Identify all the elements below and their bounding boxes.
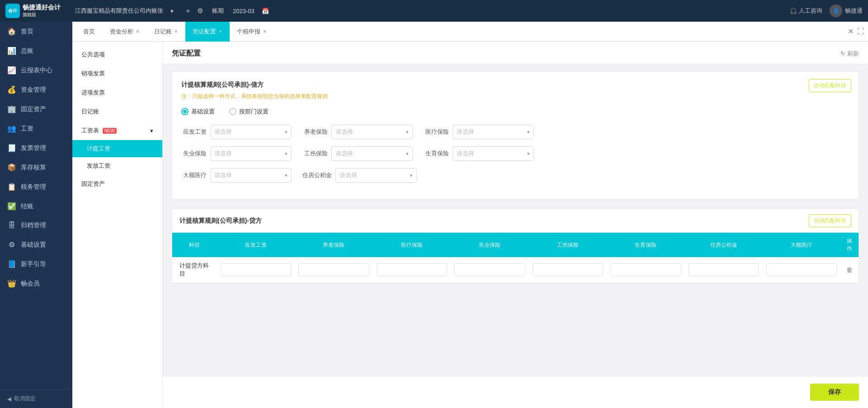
service-btn[interactable]: 🎧 人工咨询: [790, 7, 822, 15]
sidebar-item-guide[interactable]: 📘 新手引导: [0, 254, 72, 274]
settings-icon: ⚙: [7, 240, 16, 249]
select-major-medical[interactable]: 请选择 ▾: [210, 168, 292, 183]
logo-subtitle: 旗舰版: [23, 12, 61, 18]
select-housing-fund-placeholder: 请选择: [340, 171, 357, 179]
tab-tax-close[interactable]: ×: [263, 28, 266, 35]
tab-funds-close[interactable]: ×: [136, 28, 139, 35]
input-pension[interactable]: [298, 263, 369, 276]
th-maternity: 生育保险: [607, 233, 684, 257]
radio-basic[interactable]: 基础设置: [181, 108, 215, 116]
left-nav-diary[interactable]: 日记账: [72, 102, 162, 121]
select-gross-pay[interactable]: 请选择 ▾: [210, 125, 292, 139]
td-pension-input: [295, 257, 373, 283]
input-maternity[interactable]: [610, 263, 681, 276]
select-medical[interactable]: 请选择 ▾: [453, 125, 534, 139]
left-nav-accrual[interactable]: 计提工资: [72, 140, 162, 157]
credit-auto-match-btn[interactable]: 自动匹配科目: [809, 214, 851, 227]
label-pension: 养老保险: [302, 128, 328, 136]
sidebar-item-funds[interactable]: 💰 资金管理: [0, 80, 72, 99]
td-unemployment-input: [451, 257, 528, 283]
left-nav-salary-header[interactable]: 工资表 NEW ▾: [72, 121, 162, 140]
sidebar-item-close[interactable]: ✅ 结账: [0, 197, 72, 216]
input-gross-pay[interactable]: [221, 263, 291, 276]
payroll-icon: 👥: [7, 124, 16, 133]
input-injury[interactable]: [533, 263, 603, 276]
sidebar-item-vip[interactable]: 👑 畅会员: [0, 274, 72, 293]
sidebar-item-home[interactable]: 🏠 首页: [0, 22, 72, 41]
select-maternity-placeholder: 请选择: [457, 150, 474, 158]
input-medical[interactable]: [377, 263, 447, 276]
th-housing: 住房公积金: [685, 233, 763, 257]
field-gross-pay: 应发工资 请选择 ▾: [181, 125, 292, 139]
th-unemployment: 失业保险: [451, 233, 528, 257]
left-nav-public[interactable]: 公共选项: [72, 45, 162, 64]
cancel-fixed-btn[interactable]: ◀ 取消固定: [0, 389, 72, 408]
sidebar-item-payroll[interactable]: 👥 工资: [0, 119, 72, 138]
left-nav-distribute[interactable]: 发放工资: [72, 157, 162, 174]
input-major-medical[interactable]: [766, 263, 837, 276]
expand-icon[interactable]: ⛶: [857, 28, 864, 36]
debit-auto-match-btn[interactable]: 自动匹配科目: [809, 79, 851, 92]
td-subject-label: 计提贷方科目: [172, 257, 217, 283]
sidebar-item-inventory[interactable]: 📦 库存核算: [0, 158, 72, 177]
select-injury[interactable]: 请选择 ▾: [331, 146, 413, 161]
tab-diary[interactable]: 日记账 ×: [147, 22, 185, 42]
user-menu[interactable]: 👤 畅捷通: [830, 5, 863, 17]
page-header: 凭证配置 ↻ 刷新: [163, 42, 868, 64]
left-nav-purchase-invoice[interactable]: 进项发票: [72, 83, 162, 102]
select-housing-fund[interactable]: 请选择 ▾: [335, 168, 417, 183]
th-major-medical: 大额医疗: [763, 233, 840, 257]
tab-voucher-close[interactable]: ×: [219, 28, 222, 35]
guide-icon: 📘: [7, 260, 16, 268]
radio-dept[interactable]: 按部门设置: [229, 108, 269, 116]
tab-home[interactable]: 首页: [76, 22, 103, 42]
tab-home-label: 首页: [83, 28, 95, 36]
delete-row-icon[interactable]: 🗑: [846, 266, 853, 273]
close-all-icon[interactable]: ✕: [848, 27, 854, 36]
close-period-icon: ✅: [7, 202, 16, 211]
refresh-label: 刷新: [847, 50, 859, 58]
tab-funds[interactable]: 资金分析 ×: [103, 22, 147, 42]
sidebar-label-guide: 新手引导: [21, 260, 46, 268]
sidebar-item-reports[interactable]: 📈 云报表中心: [0, 61, 72, 80]
logo-icon: 会计: [5, 4, 20, 18]
save-button[interactable]: 保存: [810, 384, 859, 401]
left-nav-sales-invoice[interactable]: 销项发票: [72, 64, 162, 83]
select-unemployment[interactable]: 请选择 ▾: [210, 146, 292, 161]
sidebar-item-settings[interactable]: ⚙ 基础设置: [0, 235, 72, 254]
sidebar-item-archive[interactable]: 🗄 归档管理: [0, 216, 72, 235]
tab-tax[interactable]: 个税申报 ×: [230, 22, 274, 42]
select-maternity-arrow: ▾: [527, 151, 530, 157]
sidebar-item-ledger[interactable]: 📊 总账: [0, 41, 72, 61]
page-title: 凭证配置: [172, 49, 201, 58]
select-unemployment-arrow: ▾: [285, 151, 288, 157]
sidebar-label-payroll: 工资: [21, 125, 33, 133]
select-pension[interactable]: 请选择 ▾: [331, 125, 413, 139]
label-housing-fund: 住房公积金: [302, 171, 332, 179]
field-unemployment: 失业保险 请选择 ▾: [181, 146, 292, 161]
tab-voucher[interactable]: 凭证配置 ×: [185, 22, 230, 42]
th-pension: 养老保险: [295, 233, 373, 257]
debit-section-title: 计提核算规则(公司承担)-借方: [181, 81, 849, 89]
sidebar-item-tax[interactable]: 📋 税务管理: [0, 177, 72, 197]
settings-icon[interactable]: ⚙: [197, 7, 203, 15]
sidebar-label-inventory: 库存核算: [21, 164, 46, 172]
left-nav-fixed-assets[interactable]: 固定资产: [72, 174, 162, 193]
field-major-medical: 大额医疗 请选择 ▾: [181, 168, 292, 183]
input-unemployment[interactable]: [454, 263, 525, 276]
calendar-icon[interactable]: 📅: [262, 8, 269, 14]
tabbar: 首页 资金分析 × 日记账 × 凭证配置 × 个税申报 × ✕ ⛶: [72, 22, 868, 42]
select-gross-pay-placeholder: 请选择: [214, 128, 232, 136]
tab-diary-close[interactable]: ×: [175, 28, 178, 35]
company-dropdown-icon[interactable]: ▾: [170, 8, 174, 14]
refresh-btn[interactable]: ↻ 刷新: [840, 50, 859, 58]
add-book-icon[interactable]: ＋: [184, 6, 192, 16]
label-injury: 工伤保险: [302, 150, 328, 158]
select-maternity[interactable]: 请选择 ▾: [453, 146, 534, 161]
salary-group-label: 工资表 NEW: [81, 127, 117, 135]
input-housing[interactable]: [689, 263, 759, 276]
credit-section-title: 计提核算规则(公司承担)-贷方: [179, 217, 262, 225]
sidebar-item-invoice[interactable]: 🧾 发票管理: [0, 138, 72, 158]
sidebar-item-fixed-assets[interactable]: 🏢 固定资产: [0, 99, 72, 119]
archive-icon: 🗄: [7, 221, 16, 230]
